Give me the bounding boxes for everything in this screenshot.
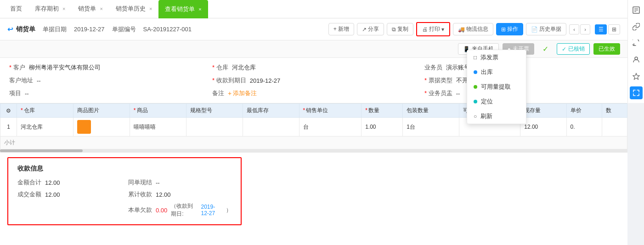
available-qty-item[interactable]: 可用量提取 [467, 80, 526, 94]
receipt-grid: 金额合计 12.00 成交金额 12.00 同单现结 -- 累计收款 [17, 178, 232, 218]
view-toggle: ☰ ⊞ [595, 24, 620, 34]
refresh-sidebar-icon[interactable] [630, 37, 643, 50]
current-owed-value: 0.00 [156, 207, 167, 214]
page-navigation: ‹ › [569, 24, 590, 34]
payment-date-label: 收款到期日 [212, 76, 246, 85]
history-icon: 📄 [531, 26, 538, 33]
table-header-row: ⚙ *仓库 商品图片 *商品 规格型号 最低库存 *销售单位 *数量 包装数量 … [0, 104, 627, 118]
check-icon-button[interactable]: ✓ [538, 43, 553, 55]
scroll-thumb[interactable] [0, 149, 83, 152]
history-button[interactable]: 📄 历史单据 [526, 23, 566, 35]
table-row: 1 河北仓库 嘻嘻嘻嘻 台 1.00 1台 12.00 0. [0, 118, 627, 137]
effective-label: 已生效 [599, 45, 615, 53]
logistics-label: 物流信息 [466, 25, 488, 33]
operation-dropdown: □ 添发票 出库 可用量提取 定位 ○ 刷新 [467, 50, 526, 124]
confirm-button[interactable]: ✓ 已核销 [557, 43, 590, 55]
add-invoice-icon: □ [474, 54, 477, 61]
row-pack-qty: 1台 [403, 118, 459, 137]
customer-label: 客户 [9, 63, 25, 72]
tab-sales-order[interactable]: 销货单 × [72, 0, 109, 18]
col-product-image: 商品图片 [73, 104, 130, 118]
out-warehouse-dot [474, 70, 477, 74]
copy-button[interactable]: ⧉ 复制 [387, 23, 413, 35]
row-extra [602, 118, 627, 137]
print-label: 打印 [429, 25, 440, 33]
out-warehouse-item[interactable]: 出库 [467, 65, 526, 80]
tab-sales-close[interactable]: × [100, 6, 102, 11]
date-value: 2019-12-27 [74, 26, 105, 33]
due-date-value: 2019-12-27 [201, 204, 222, 217]
receipt-section: 收款信息 金额合计 12.00 成交金额 12.00 同单现结 -- [7, 157, 242, 225]
share-button[interactable]: ↗ 分享 [357, 23, 384, 35]
tab-inventory-init[interactable]: 库存期初 × [28, 0, 72, 18]
star-sidebar-icon[interactable] [630, 70, 643, 83]
note-label: 备注 [212, 89, 224, 97]
prev-page-button[interactable]: ‹ [569, 24, 579, 34]
svg-marker-5 [633, 74, 639, 80]
available-qty-dot [474, 85, 477, 89]
row-unit: 台 [299, 118, 362, 137]
payment-date-field: 收款到期日 2019-12-27 [212, 76, 415, 85]
tab-sales-history[interactable]: 销货单历史 × [109, 0, 158, 18]
transaction-amount-value: 12.00 [45, 191, 60, 198]
row-quantity: 1.00 [362, 118, 403, 137]
tab-history-label: 销货单历史 [116, 5, 146, 13]
scroll-indicator [0, 149, 627, 152]
tab-home[interactable]: 首页 [4, 0, 28, 18]
tab-view-sales-label: 查看销货单 [165, 5, 195, 13]
col-unit-price: 单价 [566, 104, 602, 118]
tab-view-sales[interactable]: 查看销货单 × [158, 0, 208, 18]
print-button[interactable]: 🖨 打印 ▾ [418, 23, 449, 35]
address-label: 客户地址 [9, 76, 33, 85]
note-field: 备注 添加备注 [212, 89, 415, 97]
user-sidebar-icon[interactable] [630, 53, 643, 66]
edit-sidebar-icon[interactable] [630, 4, 643, 17]
refresh-label: 刷新 [480, 112, 492, 120]
expand-sidebar-icon[interactable] [630, 86, 643, 99]
address-field: 客户地址 -- [9, 76, 212, 85]
same-order-label: 同单现结 [128, 178, 152, 187]
out-warehouse-label: 出库 [481, 68, 493, 76]
grid-view-button[interactable]: ⊞ [608, 24, 620, 34]
receipt-note-close: ） [226, 206, 232, 214]
tab-history-close[interactable]: × [149, 6, 152, 11]
products-table-wrapper: ⚙ *仓库 商品图片 *商品 规格型号 最低库存 *销售单位 *数量 包装数量 … [0, 103, 627, 153]
link-sidebar-icon[interactable] [630, 20, 643, 33]
tab-inventory-close[interactable]: × [62, 6, 65, 11]
main-content: ↩ 销货单 单据日期 2019-12-27 单据编号 SA-20191227-0… [0, 18, 627, 245]
col-settings: ⚙ [0, 104, 17, 118]
project-field: 项目 -- [9, 89, 212, 97]
refresh-item[interactable]: ○ 刷新 [467, 109, 526, 124]
add-invoice-label: 添发票 [480, 53, 498, 62]
effective-button[interactable]: 已生效 [593, 43, 620, 55]
payment-date-value: 2019-12-27 [250, 77, 281, 84]
customer-value: 柳州粤港平安气体有限公司 [29, 63, 101, 72]
cumulative-receipt-row: 累计收款 12.00 [128, 190, 232, 199]
sales-rep-value: -- [456, 90, 460, 97]
logistics-button[interactable]: 🚚 物流信息 [453, 23, 493, 35]
col-unit: *销售单位 [299, 104, 362, 118]
current-owed-row: 本单欠款 0.00 （收款到期日: 2019-12-27 ） [128, 202, 232, 218]
tab-view-sales-close[interactable]: × [198, 6, 201, 12]
receipt-note: （收款到期日: [171, 202, 197, 218]
operation-button[interactable]: ⊞ 操作 [496, 23, 523, 35]
same-order-value: -- [156, 179, 160, 186]
same-order-row: 同单现结 -- [128, 178, 232, 187]
cumulative-value: 12.00 [156, 191, 171, 198]
col-spec: 规格型号 [186, 104, 243, 118]
locate-label: 定位 [481, 97, 493, 106]
number-value: SA-20191227-001 [143, 26, 192, 33]
add-note-button[interactable]: 添加备注 [228, 89, 257, 97]
new-button[interactable]: + 新增 [328, 23, 354, 35]
add-invoice-item[interactable]: □ 添发票 [467, 50, 526, 65]
tab-bar: 首页 库存期初 × 销货单 × 销货单历史 × 查看销货单 × × [0, 0, 644, 18]
row-spec [186, 118, 243, 137]
receipt-col-right: 同单现结 -- 累计收款 12.00 本单欠款 0.00 （收款到期日: 201… [128, 178, 232, 218]
document-icon: ↩ [7, 25, 13, 34]
list-view-button[interactable]: ☰ [595, 24, 607, 34]
locate-item[interactable]: 定位 [467, 94, 526, 109]
transaction-amount-label: 成交金额 [17, 190, 41, 199]
row-warehouse: 河北仓库 [17, 118, 73, 137]
next-page-button[interactable]: › [580, 24, 590, 34]
warehouse-field: 仓库 河北仓库 [212, 63, 415, 72]
